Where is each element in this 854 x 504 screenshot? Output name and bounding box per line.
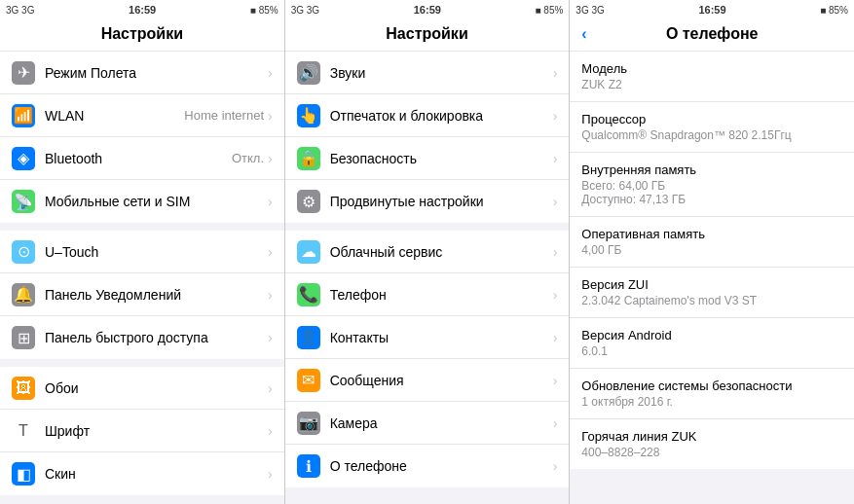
status-time: 16:59 (698, 4, 725, 16)
item-icon: 📡 (12, 190, 35, 213)
item-icon: ⊞ (12, 326, 35, 349)
list-item[interactable]: ⊙U–Touch› (0, 231, 284, 273)
status-signal: 3G 3G (291, 5, 319, 16)
list-item[interactable]: ⊞Панель быстрого доступа› (0, 316, 284, 359)
list-item[interactable]: TШрифт› (0, 410, 284, 452)
list-item[interactable]: 📶WLANHome internet› (0, 94, 284, 137)
status-time: 16:59 (414, 4, 441, 16)
item-label: Bluetooth (45, 151, 232, 166)
list-item[interactable]: 🔊Звуки› (285, 52, 570, 94)
list-item[interactable]: 📷Камера› (285, 402, 570, 445)
item-icon: T (12, 419, 35, 443)
item-label: О телефоне (330, 458, 553, 474)
chevron-icon: › (553, 108, 558, 124)
item-label: Панель Уведомлений (45, 287, 268, 303)
status-bar: 3G 3G 16:59 ■ 85% (570, 0, 854, 19)
status-time: 16:59 (129, 4, 156, 16)
item-label: Звуки (330, 65, 553, 81)
info-row: Оперативная память4,00 ГБ (570, 217, 854, 268)
panel-header: ‹О телефоне (570, 19, 854, 52)
info-value: 400–8828–228 (581, 446, 842, 459)
item-icon: 🔊 (297, 61, 320, 85)
settings-group-0: 🔊Звуки›👆Отпечаток и блокировка›🔒Безопасн… (285, 52, 570, 223)
item-icon: 📞 (297, 283, 320, 306)
chevron-icon: › (553, 330, 558, 345)
chevron-icon: › (553, 287, 558, 303)
info-label: Оперативная память (581, 227, 842, 241)
item-label: Контакты (330, 330, 553, 345)
list-item[interactable]: ◧Скин› (0, 452, 284, 495)
chevron-icon: › (553, 151, 558, 166)
list-item[interactable]: ⚙Продвинутые настройки› (285, 180, 570, 223)
info-value: Всего: 64,00 ГБ Доступно: 47,13 ГБ (581, 179, 842, 206)
item-label: Безопасность (330, 151, 553, 166)
info-label: Обновление системы безопасности (581, 378, 842, 393)
info-group-0: МодельZUK Z2ПроцессорQualcomm® Snapdrago… (570, 52, 854, 469)
chevron-icon: › (553, 415, 558, 431)
item-label: Панель быстрого доступа (45, 330, 268, 345)
item-icon: ℹ (297, 454, 320, 478)
item-icon: 📷 (297, 412, 320, 435)
status-signal: 3G 3G (576, 5, 604, 16)
item-icon: ⚙ (297, 190, 320, 213)
status-bar: 3G 3G 16:59 ■ 85% (285, 0, 570, 19)
status-battery: ■ 85% (536, 5, 564, 16)
info-value: 2.3.042 Captainemo's mod V3 ST (581, 294, 842, 307)
info-row: МодельZUK Z2 (570, 52, 854, 102)
list-item[interactable]: 👆Отпечаток и блокировка› (285, 94, 570, 137)
list-item[interactable]: ✉Сообщения› (285, 359, 570, 402)
info-list: МодельZUK Z2ПроцессорQualcomm® Snapdrago… (570, 52, 854, 504)
item-icon: ◈ (12, 147, 35, 170)
info-label: Версия Android (581, 328, 842, 342)
list-item[interactable]: 📞Телефон› (285, 273, 570, 316)
list-item[interactable]: 🔒Безопасность› (285, 137, 570, 180)
item-icon: ⊙ (12, 240, 35, 264)
list-item[interactable]: ℹО телефоне› (285, 445, 570, 487)
list-item[interactable]: 🔔Панель Уведомлений› (0, 273, 284, 316)
info-label: Процессор (581, 112, 842, 126)
list-item[interactable]: ☁Облачный сервис› (285, 231, 570, 273)
status-signal: 3G 3G (6, 5, 34, 16)
settings-group-1: ☁Облачный сервис›📞Телефон›👤Контакты›✉Соо… (285, 231, 570, 487)
info-row: ПроцессорQualcomm® Snapdragon™ 820 2.15Г… (570, 102, 854, 153)
item-label: Обои (45, 380, 268, 396)
item-label: Шрифт (45, 423, 268, 439)
item-icon: 🔔 (12, 283, 35, 306)
chevron-icon: › (268, 108, 273, 124)
item-value: Home internet (184, 108, 264, 123)
chevron-icon: › (268, 423, 273, 439)
info-value: Qualcomm® Snapdragon™ 820 2.15Ггц (581, 128, 842, 142)
back-button[interactable]: ‹ (581, 25, 586, 43)
chevron-icon: › (268, 330, 273, 345)
info-row: Версия Android6.0.1 (570, 318, 854, 369)
chevron-icon: › (268, 466, 273, 482)
item-icon: 📶 (12, 104, 35, 127)
item-icon: 👆 (297, 104, 320, 127)
settings-list: 🔊Звуки›👆Отпечаток и блокировка›🔒Безопасн… (285, 52, 570, 504)
list-item[interactable]: 👤Контакты› (285, 316, 570, 359)
info-row: Внутренняя памятьВсего: 64,00 ГБ Доступн… (570, 153, 854, 217)
list-item[interactable]: ✈Режим Полета› (0, 52, 284, 94)
item-label: Камера (330, 415, 553, 431)
item-icon: 🖼 (12, 377, 35, 400)
panel-panel3: 3G 3G 16:59 ■ 85% ‹О телефонеМодельZUK Z… (570, 0, 854, 504)
chevron-icon: › (268, 151, 273, 166)
item-label: Облачный сервис (330, 244, 553, 260)
chevron-icon: › (268, 194, 273, 209)
list-item[interactable]: 📡Мобильные сети и SIM› (0, 180, 284, 223)
chevron-icon: › (268, 244, 273, 260)
info-value: 1 октября 2016 г. (581, 395, 842, 409)
info-label: Модель (581, 61, 842, 76)
status-battery: ■ 85% (820, 5, 848, 16)
item-label: Телефон (330, 287, 553, 303)
list-item[interactable]: ◈BluetoothОткл.› (0, 137, 284, 180)
item-value: Откл. (232, 151, 264, 165)
chevron-icon: › (268, 65, 273, 81)
settings-list: ✈Режим Полета›📶WLANHome internet›◈Blueto… (0, 52, 284, 504)
item-label: Мобильные сети и SIM (45, 194, 268, 209)
list-item[interactable]: 🖼Обои› (0, 367, 284, 410)
chevron-icon: › (553, 244, 558, 260)
panel-panel2: 3G 3G 16:59 ■ 85% Настройки🔊Звуки›👆Отпеч… (285, 0, 571, 504)
item-label: Режим Полета (45, 65, 268, 81)
item-label: Скин (45, 466, 268, 482)
